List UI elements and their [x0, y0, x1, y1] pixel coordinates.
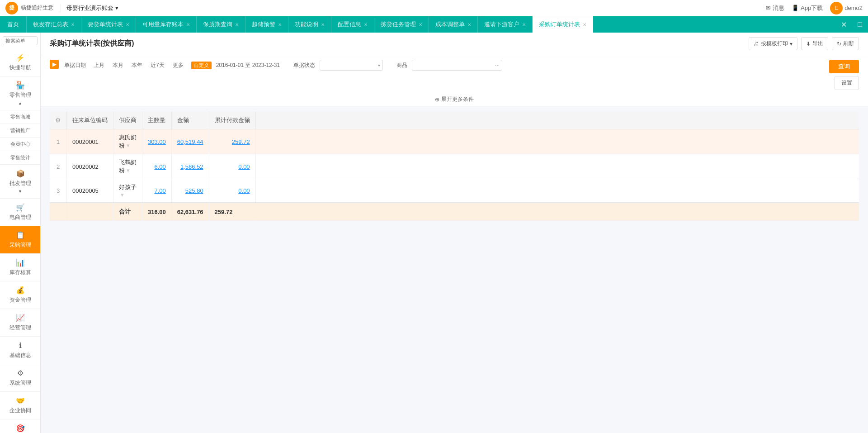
tab-kyl-close[interactable]: ✕ [186, 22, 190, 27]
row-qty[interactable]: 6.00 [142, 154, 172, 179]
paid-link[interactable]: 259.72 [232, 138, 250, 145]
tab-th-close[interactable]: ✕ [419, 22, 422, 27]
user-profile[interactable]: E demo2 [830, 2, 863, 14]
tab-cgdd[interactable]: 采购订单统计表 ✕ [533, 16, 593, 33]
amount-link[interactable]: 60,519.44 [177, 138, 203, 145]
logo-icon: 捷 [5, 2, 18, 14]
row-paid[interactable]: 259.72 [209, 129, 255, 154]
refresh-label: 刷新 [843, 40, 854, 48]
sidebar-item-retail-shop[interactable]: 零售商城 [0, 110, 40, 124]
sidebar-item-quick[interactable]: ⚡ 快捷导航 [0, 49, 40, 76]
col-supplier-header: 供应商 [113, 112, 142, 129]
row-amount[interactable]: 1,586.52 [171, 154, 209, 179]
tab-cgdd-close[interactable]: ✕ [583, 22, 586, 27]
tab-yq[interactable]: 邀请下游客户 ✕ [478, 16, 533, 33]
sidebar-item-finance[interactable]: 💰 资金管理 [0, 281, 40, 309]
export-button[interactable]: ⬇ 导出 [801, 37, 828, 50]
col-settings: ⚙ [50, 112, 67, 129]
row-paid[interactable]: 0.00 [209, 179, 255, 203]
sidebar-item-biz[interactable]: 📈 经营管理 [0, 309, 40, 337]
date-last-month[interactable]: 上月 [90, 61, 108, 70]
tab-home-label: 首页 [7, 20, 19, 29]
tab-kyl[interactable]: 可用量库存账本 ✕ [136, 16, 197, 33]
goods-more-icon[interactable]: ··· [495, 62, 500, 68]
row-amount[interactable]: 60,519.44 [171, 129, 209, 154]
amount-link[interactable]: 1,586.52 [180, 163, 203, 170]
print-button[interactable]: 🖨 按模板打印 ▾ [749, 37, 797, 50]
tab-pz-label: 配置信息 [338, 20, 361, 29]
tab-cc-close[interactable]: ✕ [278, 22, 282, 27]
app-download-button[interactable]: 📱 App下载 [792, 4, 823, 12]
date-this-year[interactable]: 本年 [128, 61, 146, 70]
custom-date-tag[interactable]: 自定义 [191, 62, 212, 69]
sidebar-item-base[interactable]: ℹ 基础信息 [0, 337, 40, 364]
top-bar-left: 捷 畅捷通好生意 母婴行业演示账套 ▾ [5, 2, 118, 14]
row-qty[interactable]: 7.00 [142, 179, 172, 203]
filter-section: ▶ 单据日期 上月 本月 本年 近7天 更多 [41, 55, 868, 106]
sidebar-item-batch[interactable]: 📦 批发管理 ▼ [0, 165, 40, 199]
window-maximize-button[interactable]: □ [852, 16, 868, 33]
row-amount[interactable]: 525.80 [171, 179, 209, 203]
row-qty[interactable]: 303.00 [142, 129, 172, 154]
search-input[interactable] [3, 36, 38, 45]
sidebar-item-marketing[interactable]: 营销推广 [0, 124, 40, 138]
window-close-button[interactable]: ✕ [835, 16, 852, 33]
filter-left: 单据日期 上月 本月 本年 近7天 更多 自定义 2016-01-01 至 20… [64, 60, 824, 71]
paid-link[interactable]: 0.00 [238, 163, 250, 170]
sidebar-item-retail-shop-label: 零售商城 [10, 114, 30, 120]
sidebar-item-stock[interactable]: 📊 库存核算 [0, 254, 40, 281]
tab-gn-close[interactable]: ✕ [321, 22, 325, 27]
tab-cb[interactable]: 成本调整单 ✕ [429, 16, 478, 33]
query-button[interactable]: 查询 [829, 60, 859, 73]
paid-link[interactable]: 0.00 [238, 187, 250, 194]
user-name: demo2 [844, 5, 863, 11]
tab-sfd-close[interactable]: ✕ [71, 22, 75, 27]
setting-button[interactable]: 设置 [835, 76, 859, 90]
date-7days[interactable]: 近7天 [147, 61, 168, 70]
col-extra [255, 112, 859, 129]
row-supplier: 好孩子▾ [113, 179, 142, 203]
sidebar-item-purchase[interactable]: 📋 采购管理 [0, 226, 40, 254]
tab-home[interactable]: 首页 [0, 16, 27, 33]
qty-link[interactable]: 7.00 [154, 187, 165, 194]
sys-icon: ⚙ [17, 369, 24, 377]
refresh-button[interactable]: ↻ 刷新 [832, 37, 859, 50]
row-paid[interactable]: 0.00 [209, 154, 255, 179]
qty-link[interactable]: 6.00 [154, 163, 165, 170]
table-settings-icon[interactable]: ⚙ [55, 117, 61, 124]
tab-bq[interactable]: 保质期查询 ✕ [197, 16, 245, 33]
tab-cb-close[interactable]: ✕ [467, 22, 471, 27]
qty-link[interactable]: 303.00 [148, 138, 166, 145]
message-button[interactable]: ✉ 消息 [766, 4, 784, 12]
tab-gn[interactable]: 功能说明 ✕ [288, 16, 331, 33]
tab-sfd[interactable]: 收发存汇总表 ✕ [27, 16, 81, 33]
tab-th[interactable]: 拣货任务管理 ✕ [374, 16, 429, 33]
sidebar-item-retail[interactable]: 🏪 零售管理 ▲ [0, 76, 40, 110]
sidebar-item-corp[interactable]: 🤝 企业协同 [0, 392, 40, 419]
filter-toggle-button[interactable]: ▶ [50, 60, 59, 69]
workspace-arrow-icon: ▾ [115, 5, 118, 11]
date-this-month[interactable]: 本月 [109, 61, 127, 70]
col-code-header: 往来单位编码 [67, 112, 113, 129]
expand-more-button[interactable]: ⊕ 展开更多条件 [41, 93, 868, 106]
sidebar-item-member[interactable]: 会员中心 [0, 138, 40, 151]
sidebar-item-sys[interactable]: ⚙ 系统管理 [0, 364, 40, 392]
tab-ygd-close[interactable]: ✕ [126, 22, 129, 27]
sidebar-item-retail-stat[interactable]: 零售统计 [0, 151, 40, 165]
tab-ygd[interactable]: 要货单统计表 ✕ [81, 16, 136, 33]
row-supplier: 飞鹤奶粉▾ [113, 154, 142, 179]
status-select[interactable] [320, 60, 383, 71]
sidebar-item-ecom[interactable]: 🛒 电商管理 [0, 199, 40, 226]
footer-settings-cell [50, 203, 67, 221]
goods-input[interactable] [412, 60, 502, 71]
amount-link[interactable]: 525.80 [185, 187, 203, 194]
tab-bq-close[interactable]: ✕ [235, 22, 239, 27]
workspace-selector[interactable]: 母婴行业演示账套 ▾ [61, 4, 118, 12]
tab-cc[interactable]: 超储预警 ✕ [245, 16, 288, 33]
tab-pz-close[interactable]: ✕ [364, 22, 368, 27]
date-more[interactable]: 更多 [170, 61, 187, 70]
tab-pz[interactable]: 配置信息 ✕ [331, 16, 374, 33]
top-bar: 捷 畅捷通好生意 母婴行业演示账套 ▾ ✉ 消息 📱 App下载 E demo2 [0, 0, 868, 16]
sidebar-item-newbie[interactable]: 🎯 新手引导 [0, 419, 40, 433]
tab-yq-close[interactable]: ✕ [522, 22, 526, 27]
